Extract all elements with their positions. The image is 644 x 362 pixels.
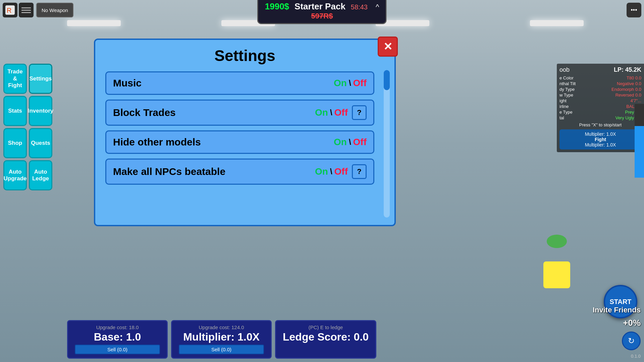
version-label: 0.1.0: [631, 354, 641, 359]
fight-multiplier-panel: Multiplier: 1.0X Fight Multiplier: 1.0X: [559, 129, 641, 149]
sidebar-item-auto-upgrade[interactable]: Auto Upgrade: [3, 160, 27, 190]
price-original: 597R$: [311, 12, 333, 20]
no-weapon-button[interactable]: No Weapon: [36, 3, 73, 17]
ceiling-light: [530, 20, 584, 26]
setting-hide-models-toggle[interactable]: On \ Off: [334, 137, 367, 147]
roblox-icon[interactable]: R: [3, 3, 17, 17]
top-left-icons: R No Weapon: [0, 0, 76, 20]
setting-music-label: Music: [113, 77, 334, 89]
sidebar-item-trade-fight[interactable]: Trade & Fight: [3, 64, 27, 94]
svg-rect-4: [21, 12, 31, 13]
setting-block-trades[interactable]: Block Trades On \ Off ?: [105, 100, 374, 126]
char-head: [547, 235, 567, 248]
hide-models-on[interactable]: On: [334, 137, 347, 147]
sidebar-item-shop[interactable]: Shop: [3, 128, 27, 158]
menu-icon[interactable]: [19, 3, 34, 17]
npcs-separator: \: [330, 167, 332, 176]
sidebar-item-settings[interactable]: Settings: [29, 64, 52, 94]
music-on[interactable]: On: [334, 78, 347, 88]
more-options-button[interactable]: •••: [627, 3, 641, 17]
npcs-off[interactable]: Off: [334, 166, 348, 177]
svg-text:R: R: [7, 7, 11, 14]
game-character: [537, 235, 577, 288]
sidebar-item-quests[interactable]: Quests: [29, 128, 52, 158]
lp-label: LP: 45.2K: [614, 66, 641, 73]
pack-name: Starter Pack: [294, 1, 345, 12]
right-bottom-ui: Invite Friends +0% ↻ 0.1.0: [593, 306, 641, 359]
modal-title: Settings: [105, 47, 384, 65]
setting-block-trades-toggle[interactable]: On \ Off: [315, 107, 348, 118]
block-trades-help-button[interactable]: ?: [352, 105, 367, 120]
sidebar-item-inventory[interactable]: Inventory: [29, 96, 52, 126]
music-separator: \: [349, 78, 351, 88]
invite-percent: +0%: [623, 318, 641, 328]
music-off[interactable]: Off: [353, 78, 367, 88]
setting-block-trades-label: Block Trades: [113, 107, 315, 118]
expand-icon: ^: [376, 3, 379, 11]
block-trades-on[interactable]: On: [315, 107, 328, 118]
close-button[interactable]: ✕: [378, 37, 398, 57]
base-value: Base: 1.0: [75, 331, 160, 343]
top-right: •••: [627, 3, 641, 17]
left-sidebar: Trade & Fight Settings Stats Inventory S…: [3, 64, 52, 190]
multiplier-value: Multiplier: 1.0X: [179, 331, 264, 343]
invite-friends-label: Invite Friends: [593, 306, 641, 314]
setting-npcs-beatable[interactable]: Make all NPCs beatable On \ Off ?: [105, 159, 374, 185]
player-name: oob: [559, 66, 570, 73]
hm-separator: \: [349, 137, 351, 147]
settings-list: Music On \ Off Block Trades On \ Off ? H…: [105, 71, 384, 185]
sidebar-item-auto-ledge[interactable]: Auto Ledge: [29, 160, 52, 190]
multiplier-sell-button[interactable]: Sell (0.0): [179, 345, 264, 354]
setting-npcs-toggle[interactable]: On \ Off: [315, 166, 348, 177]
base-sell-button[interactable]: Sell (0.0): [75, 345, 160, 354]
bottom-panels: Upgrade cost: 18.0 Base: 1.0 Sell (0.0) …: [67, 320, 376, 359]
price-discounted: 1990$: [265, 1, 289, 12]
npcs-on[interactable]: On: [315, 166, 328, 177]
settings-modal: ✕ Settings Music On \ Off Block Trades O…: [94, 39, 396, 226]
refresh-button[interactable]: ↻: [622, 331, 641, 350]
health-bar: [635, 104, 644, 178]
stop-start-hint: Press "X" to stop/start: [559, 122, 641, 127]
setting-hide-models[interactable]: Hide other models On \ Off: [105, 130, 374, 154]
ledge-score: Ledge Score: 0.0: [283, 331, 369, 343]
bt-separator: \: [330, 108, 332, 117]
char-body: [543, 261, 570, 288]
hide-models-off[interactable]: Off: [353, 137, 367, 147]
scrollbar-thumb[interactable]: [384, 70, 390, 90]
setting-hide-models-label: Hide other models: [113, 136, 334, 148]
setting-music[interactable]: Music On \ Off: [105, 71, 374, 95]
right-stats-panel: oob LP: 45.2K e ColorT80 0.0 nthal TiltN…: [557, 64, 644, 152]
svg-rect-3: [21, 10, 31, 11]
multiplier-upgrade-cost: Upgrade cost: 124.0: [179, 324, 264, 330]
base-upgrade-cost: Upgrade cost: 18.0: [75, 324, 160, 330]
setting-npcs-beatable-label: Make all NPCs beatable: [113, 166, 315, 177]
ledge-hint: (PC) E to ledge: [283, 324, 369, 330]
countdown-timer: 58:43: [351, 3, 368, 11]
block-trades-off[interactable]: Off: [334, 107, 348, 118]
health-bar-fill: [635, 126, 644, 178]
setting-music-toggle[interactable]: On \ Off: [334, 78, 367, 88]
ledge-panel: (PC) E to ledge Ledge Score: 0.0: [275, 320, 376, 359]
ceiling-light: [67, 20, 121, 26]
multiplier-panel: Upgrade cost: 124.0 Multiplier: 1.0X Sel…: [171, 320, 272, 359]
base-panel: Upgrade cost: 18.0 Base: 1.0 Sell (0.0): [67, 320, 168, 359]
modal-scrollbar[interactable]: [384, 70, 390, 218]
npcs-help-button[interactable]: ?: [352, 164, 367, 179]
svg-rect-2: [21, 7, 31, 8]
sidebar-item-stats[interactable]: Stats: [3, 96, 27, 126]
starter-pack-banner[interactable]: 1990$ Starter Pack 58:43 ^ 597R$: [257, 0, 387, 24]
